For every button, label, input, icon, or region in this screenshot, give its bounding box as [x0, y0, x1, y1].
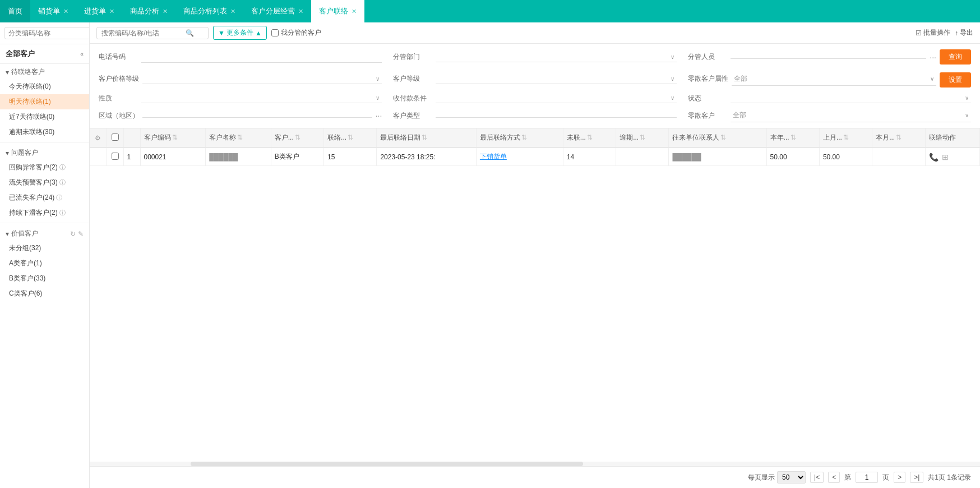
my-customers-checkbox-label[interactable]: 我分管的客户 — [271, 28, 321, 38]
horizontal-scrollbar[interactable] — [191, 462, 583, 466]
close-icon[interactable]: ✕ — [63, 8, 68, 15]
gender-select[interactable]: ∨ — [141, 93, 382, 103]
sidebar-item-overdue[interactable]: 逾期未联络(30) — [0, 125, 89, 140]
table-container: ⚙ 客户编码⇅ 客户名称⇅ 客户...⇅ — [90, 128, 980, 462]
sort-icon[interactable]: ⇅ — [587, 133, 593, 141]
filter-status: 状态 ∨ — [688, 93, 971, 103]
first-page-button[interactable]: |< — [810, 472, 824, 483]
sort-icon[interactable]: ⇅ — [720, 133, 726, 141]
sidebar-item-tomorrow[interactable]: 明天待联络(1) — [0, 94, 89, 109]
search-icon[interactable]: 🔍 — [186, 29, 194, 37]
close-icon[interactable]: ✕ — [230, 8, 235, 15]
dept-label: 分管部门 — [393, 52, 432, 62]
sort-icon[interactable]: ⇅ — [295, 133, 301, 141]
close-icon[interactable]: ✕ — [109, 8, 114, 15]
bulk-ops-button[interactable]: ☑ 批量操作 — [916, 28, 950, 38]
manager-dots[interactable]: ··· — [930, 53, 936, 62]
sidebar-item-b-class[interactable]: B类客户(33) — [0, 271, 89, 286]
sidebar-item-declining[interactable]: 持续下滑客户(2) ⓘ — [0, 205, 89, 220]
nav-item-客户分层经营[interactable]: 客户分层经营✕ — [243, 0, 311, 22]
row-contact: 15 — [324, 148, 377, 166]
nav-item-进货单[interactable]: 进货单✕ — [76, 0, 122, 22]
page-number-input[interactable] — [856, 472, 878, 483]
retail-customer-select[interactable]: 全部 ∨ — [731, 109, 971, 122]
query-button[interactable]: 查询 — [940, 49, 971, 65]
filter-icon: ▼ — [218, 29, 225, 37]
row-uncontacted: 14 — [563, 148, 616, 166]
nav-item-商品分析[interactable]: 商品分析✕ — [122, 0, 175, 22]
info-icon: ⓘ — [59, 163, 66, 172]
more-filters-label: 更多条件 — [226, 28, 253, 38]
dept-select[interactable]: ∨ — [436, 52, 676, 62]
divider — [0, 142, 89, 142]
close-icon[interactable]: ✕ — [298, 8, 303, 15]
row-settings — [90, 148, 107, 166]
sidebar-item-c-class[interactable]: C类客户(6) — [0, 286, 89, 301]
sort-icon[interactable]: ⇅ — [521, 133, 527, 141]
customer-table: ⚙ 客户编码⇅ 客户名称⇅ 客户...⇅ — [90, 128, 980, 166]
manager-select[interactable] — [731, 55, 927, 59]
sidebar-item-today[interactable]: 今天待联络(0) — [0, 79, 89, 94]
filter-retail-customer: 零散客户 全部 ∨ — [688, 109, 971, 122]
phone-input[interactable] — [141, 51, 382, 63]
sort-icon[interactable]: ⇅ — [172, 133, 178, 141]
customer-type-select[interactable] — [436, 114, 676, 118]
select-all-checkbox[interactable] — [112, 133, 119, 141]
sort-icon[interactable]: ⇅ — [791, 133, 796, 141]
filter-customer-level: 客户等级 ∨ — [393, 74, 676, 84]
sort-icon[interactable]: ⇅ — [348, 133, 353, 141]
row-checkbox[interactable] — [112, 153, 119, 160]
last-method-link[interactable]: 下销货单 — [480, 153, 507, 160]
nav-item-首页[interactable]: 首页 — [0, 0, 30, 22]
th-last-month: 上月...⇅ — [819, 128, 872, 148]
price-level-select[interactable]: ∨ — [142, 74, 382, 84]
chevron-down-icon: ∨ — [376, 95, 380, 101]
sidebar-all-customers[interactable]: 全部客户 « — [0, 44, 89, 64]
table-row: 1 000021 ██████ B类客户 15 2023-05-23 18:25… — [90, 148, 980, 166]
sidebar-item-a-class[interactable]: A类客户(1) — [0, 256, 89, 271]
sidebar-item-churn-warning[interactable]: 流失预警客户(3) ⓘ — [0, 175, 89, 190]
phone-action-icon[interactable]: 📞 — [929, 153, 939, 162]
chevron-down-icon: ∨ — [965, 112, 969, 118]
grid-action-icon[interactable]: ⊞ — [942, 153, 949, 162]
scrollbar-area[interactable] — [90, 462, 980, 466]
sidebar-item-7days[interactable]: 近7天待联络(0) — [0, 109, 89, 125]
region-select[interactable] — [142, 114, 372, 118]
export-button[interactable]: ↑ 导出 — [955, 28, 973, 38]
more-filters-button[interactable]: ▼ 更多条件 ▲ — [213, 26, 267, 40]
nav-item-商品分析列表[interactable]: 商品分析列表✕ — [175, 0, 243, 22]
sidebar-item-abnormal[interactable]: 回购异常客户(2) ⓘ — [0, 160, 89, 175]
sidebar-item-churned[interactable]: 已流失客户(24) ⓘ — [0, 190, 89, 205]
page-size-area: 每页显示 50 100 200 — [748, 471, 806, 484]
search-input[interactable] — [101, 29, 186, 37]
info-icon: ⓘ — [59, 178, 66, 187]
nav-item-销货单[interactable]: 销货单✕ — [30, 0, 76, 22]
refresh-icon[interactable]: ↻ — [70, 230, 76, 238]
payment-select[interactable]: ∨ — [436, 93, 676, 103]
sort-icon[interactable]: ⇅ — [422, 133, 427, 141]
row-code: 000021 — [140, 148, 206, 166]
sort-icon[interactable]: ⇅ — [896, 133, 902, 141]
sort-icon[interactable]: ⇅ — [843, 133, 849, 141]
bulk-ops-label: 批量操作 — [923, 28, 950, 38]
gear-icon[interactable]: ⚙ — [95, 134, 101, 142]
edit-icon[interactable]: ✎ — [78, 230, 84, 238]
per-page-select[interactable]: 50 100 200 — [777, 471, 806, 484]
nav-item-客户联络[interactable]: 客户联络✕ — [311, 0, 364, 22]
last-page-button[interactable]: >| — [910, 472, 923, 483]
region-dots[interactable]: ··· — [376, 111, 382, 120]
prev-page-button[interactable]: < — [828, 472, 840, 483]
close-icon[interactable]: ✕ — [163, 8, 168, 15]
sidebar-item-ungroup[interactable]: 未分组(32) — [0, 241, 89, 256]
sidebar-problem-group: ▾ 问题客户 — [0, 145, 89, 160]
my-customers-checkbox[interactable] — [271, 29, 279, 36]
sidebar-search-input[interactable] — [4, 27, 90, 39]
status-select[interactable]: ∨ — [731, 93, 971, 103]
next-page-button[interactable]: > — [894, 472, 905, 483]
sort-icon[interactable]: ⇅ — [640, 133, 645, 141]
retail-attr-select[interactable]: 全部 ∨ — [732, 72, 936, 86]
customer-level-select[interactable]: ∨ — [436, 74, 676, 84]
sort-icon[interactable]: ⇅ — [237, 133, 243, 141]
settings-button[interactable]: 设置 — [940, 72, 971, 88]
close-icon[interactable]: ✕ — [352, 8, 357, 15]
